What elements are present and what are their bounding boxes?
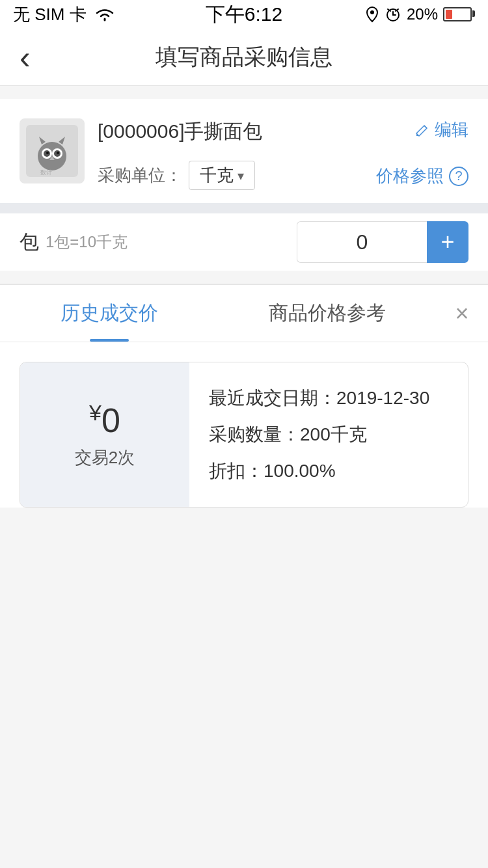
product-header: 数计 [0000006]手撕面包 采购单位： 千克 ▾	[20, 118, 468, 190]
tabs-bar: 历史成交价 商品价格参考 ×	[0, 285, 488, 342]
price-value: 0	[102, 401, 120, 439]
history-right: 最近成交日期：2019-12-30 采购数量：200千克 折扣：100.00%	[189, 362, 468, 507]
status-bar: 无 SIM 卡 下午6:12 20%	[0, 0, 488, 29]
price-ref-link[interactable]: 价格参照	[376, 165, 444, 187]
qty-plus-button[interactable]: +	[427, 221, 468, 263]
unit-arrow-icon: ▾	[237, 168, 244, 183]
qty-input[interactable]: 0	[297, 221, 427, 263]
product-info: [0000006]手撕面包 采购单位： 千克 ▾	[98, 118, 262, 190]
qty-input-block: 0 +	[150, 221, 468, 263]
history-left: ¥0 交易2次	[20, 362, 189, 507]
qty-convert-text: 1包=10千克	[46, 232, 128, 252]
status-right: 20%	[365, 5, 475, 23]
product-edit-button[interactable]: 编辑	[414, 118, 468, 141]
purchase-qty-value: 200千克	[300, 424, 367, 444]
svg-point-11	[57, 152, 59, 154]
purchase-qty-row: 采购数量：200千克	[209, 422, 448, 447]
page-title: 填写商品采购信息	[156, 42, 332, 72]
status-time: 下午6:12	[206, 1, 282, 28]
no-sim-text: 无 SIM 卡	[13, 3, 87, 26]
edit-icon	[414, 122, 431, 139]
svg-point-0	[370, 10, 374, 14]
battery-percent: 20%	[407, 5, 438, 23]
discount-label: 折扣：	[209, 461, 264, 481]
purchase-qty-label: 采购数量：	[209, 424, 300, 444]
history-card: ¥0 交易2次 最近成交日期：2019-12-30 采购数量：200千克 折扣：…	[20, 362, 468, 508]
recent-date-row: 最近成交日期：2019-12-30	[209, 386, 448, 411]
svg-point-10	[46, 152, 49, 154]
panel-close-button[interactable]: ×	[436, 285, 488, 342]
product-card: 数计 [0000006]手撕面包 采购单位： 千克 ▾	[0, 99, 488, 203]
wifi-icon	[93, 6, 116, 23]
nav-bar: ‹ 填写商品采购信息	[0, 29, 488, 86]
product-right: 编辑 价格参照 ?	[376, 118, 468, 187]
recent-date-label: 最近成交日期：	[209, 388, 336, 408]
discount-value: 100.00%	[264, 461, 336, 481]
product-left: 数计 [0000006]手撕面包 采购单位： 千克 ▾	[20, 118, 262, 190]
location-icon	[365, 6, 379, 23]
price-ref-row[interactable]: 价格参照 ?	[376, 165, 468, 187]
alarm-icon	[385, 6, 401, 23]
recent-date-value: 2019-12-30	[336, 388, 429, 408]
qty-unit-badge: 包	[20, 229, 39, 256]
price-ref-hint-icon[interactable]: ?	[449, 167, 468, 186]
svg-text:数计: 数计	[40, 169, 52, 176]
qty-label-block: 包 1包=10千克	[20, 229, 150, 256]
product-name: [0000006]手撕面包	[98, 118, 262, 145]
tab-underline	[90, 339, 129, 342]
discount-row: 折扣：100.00%	[209, 459, 448, 483]
tab-history-price[interactable]: 历史成交价	[0, 285, 218, 342]
status-left: 无 SIM 卡	[13, 3, 116, 26]
tab-product-price-ref[interactable]: 商品价格参考	[218, 285, 436, 342]
history-price: ¥0	[89, 400, 120, 440]
quantity-row: 包 1包=10千克 0 +	[0, 213, 488, 271]
unit-selector[interactable]: 千克 ▾	[189, 161, 255, 190]
trade-count: 交易2次	[75, 446, 135, 469]
qty-value: 0	[357, 230, 368, 254]
battery-icon	[443, 7, 475, 21]
price-panel: 历史成交价 商品价格参考 × ¥0 交易2次 最近成交日期：2019-12-30…	[0, 284, 488, 508]
price-currency-symbol: ¥	[89, 400, 102, 425]
product-unit-row: 采购单位： 千克 ▾	[98, 161, 262, 190]
unit-value: 千克	[200, 164, 234, 187]
back-button[interactable]: ‹	[20, 41, 31, 74]
product-thumbnail: 数计	[20, 118, 85, 183]
section-divider	[0, 203, 488, 213]
owl-logo: 数计	[26, 125, 78, 177]
unit-label: 采购单位：	[98, 164, 182, 187]
